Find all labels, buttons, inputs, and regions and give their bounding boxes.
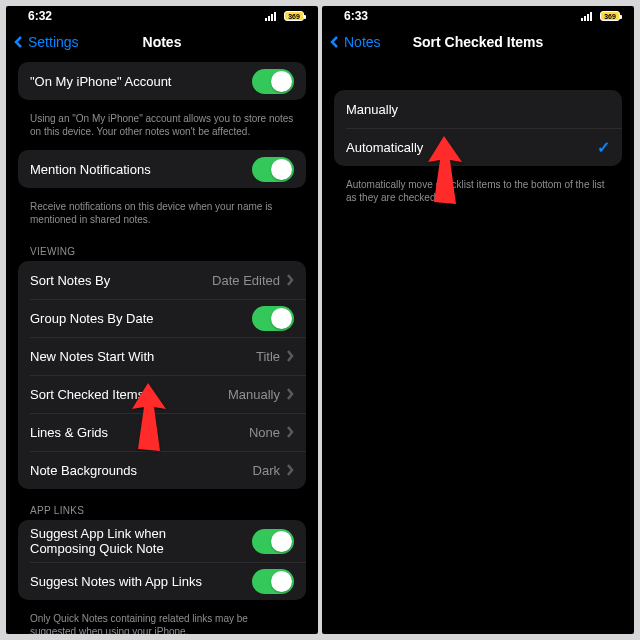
- group-on-my-iphone: "On My iPhone" Account: [18, 62, 306, 100]
- toggle-suggest-notes-app-links[interactable]: [252, 569, 294, 594]
- toggle-group-by-date[interactable]: [252, 306, 294, 331]
- group-mentions: Mention Notifications: [18, 150, 306, 188]
- row-sort-notes-by[interactable]: Sort Notes By Date Edited: [18, 261, 306, 299]
- row-value: None: [249, 425, 280, 440]
- chevron-right-icon: [286, 274, 294, 286]
- chevron-left-icon: [12, 35, 26, 49]
- row-label: Sort Notes By: [30, 273, 110, 288]
- row-label: Sort Checked Items: [30, 387, 144, 402]
- group-viewing: Sort Notes By Date Edited Group Notes By…: [18, 261, 306, 489]
- row-label: Manually: [346, 102, 398, 117]
- group-sort-options: Manually Automatically ✓: [334, 90, 622, 166]
- row-mention-notifications[interactable]: Mention Notifications: [18, 150, 306, 188]
- row-on-my-iphone-account[interactable]: "On My iPhone" Account: [18, 62, 306, 100]
- section-header-viewing: VIEWING: [18, 238, 306, 261]
- back-label: Notes: [344, 34, 381, 50]
- row-value: Manually: [228, 387, 280, 402]
- row-label: "On My iPhone" Account: [30, 74, 171, 89]
- back-button[interactable]: Notes: [322, 34, 381, 50]
- row-label: Note Backgrounds: [30, 463, 137, 478]
- row-label: Automatically: [346, 140, 423, 155]
- nav-bar: Notes Sort Checked Items: [322, 22, 634, 62]
- checkmark-icon: ✓: [597, 138, 610, 157]
- row-suggest-app-link-quick-note[interactable]: Suggest App Link when Composing Quick No…: [18, 520, 306, 562]
- back-label: Settings: [28, 34, 79, 50]
- row-label: Suggest Notes with App Links: [30, 574, 202, 589]
- footer-automatically: Automatically move checklist items to th…: [334, 174, 622, 216]
- footer-mentions: Receive notifications on this device whe…: [18, 196, 306, 238]
- row-value: Date Edited: [212, 273, 280, 288]
- row-label: Suggest App Link when Composing Quick No…: [30, 526, 230, 556]
- chevron-right-icon: [286, 350, 294, 362]
- footer-on-my-iphone: Using an "On My iPhone" account allows y…: [18, 108, 306, 150]
- signal-icon: [265, 12, 276, 21]
- toggle-mentions[interactable]: [252, 157, 294, 182]
- row-value: Dark: [253, 463, 280, 478]
- back-button[interactable]: Settings: [6, 34, 79, 50]
- section-header-app-links: APP LINKS: [18, 497, 306, 520]
- row-note-backgrounds[interactable]: Note Backgrounds Dark: [18, 451, 306, 489]
- status-time: 6:33: [344, 9, 368, 23]
- status-time: 6:32: [28, 9, 52, 23]
- row-new-notes-start-with[interactable]: New Notes Start With Title: [18, 337, 306, 375]
- row-automatically[interactable]: Automatically ✓: [334, 128, 622, 166]
- battery-icon: 369: [600, 11, 620, 21]
- signal-icon: [581, 12, 592, 21]
- chevron-right-icon: [286, 464, 294, 476]
- phone-notes-settings: 6:32 ⁠ 369 Settings Notes "On My iPhone"…: [6, 6, 318, 634]
- chevron-right-icon: [286, 426, 294, 438]
- status-bar: 6:33 ⁠ 369: [322, 6, 634, 22]
- row-label: Group Notes By Date: [30, 311, 154, 326]
- row-value: Title: [256, 349, 280, 364]
- phone-sort-checked-items: 6:33 ⁠ 369 Notes Sort Checked Items Manu…: [322, 6, 634, 634]
- toggle-suggest-quick-note[interactable]: [252, 529, 294, 554]
- row-label: Mention Notifications: [30, 162, 151, 177]
- row-label: Lines & Grids: [30, 425, 108, 440]
- row-suggest-notes-with-app-links[interactable]: Suggest Notes with App Links: [18, 562, 306, 600]
- row-label: New Notes Start With: [30, 349, 154, 364]
- toggle-on-my-iphone[interactable]: [252, 69, 294, 94]
- footer-app-links: Only Quick Notes containing related link…: [18, 608, 306, 634]
- chevron-left-icon: [328, 35, 342, 49]
- chevron-right-icon: [286, 388, 294, 400]
- row-manually[interactable]: Manually: [334, 90, 622, 128]
- row-lines-and-grids[interactable]: Lines & Grids None: [18, 413, 306, 451]
- row-group-notes-by-date[interactable]: Group Notes By Date: [18, 299, 306, 337]
- status-bar: 6:32 ⁠ 369: [6, 6, 318, 22]
- group-app-links: Suggest App Link when Composing Quick No…: [18, 520, 306, 600]
- row-sort-checked-items[interactable]: Sort Checked Items Manually: [18, 375, 306, 413]
- nav-bar: Settings Notes: [6, 22, 318, 62]
- battery-icon: 369: [284, 11, 304, 21]
